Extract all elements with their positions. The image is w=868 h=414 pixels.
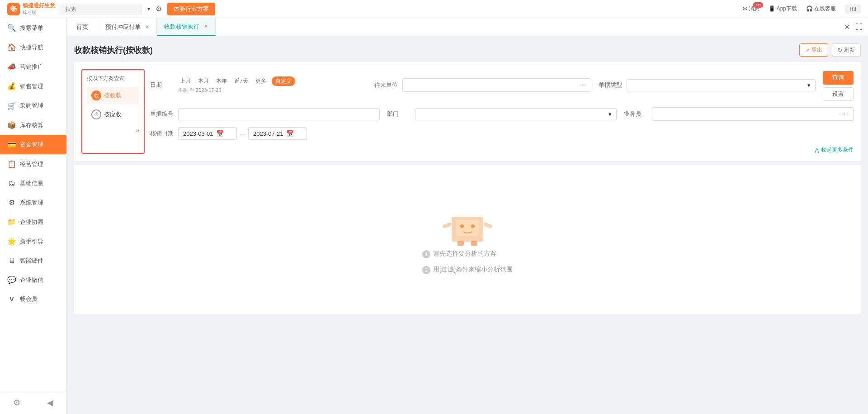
sidebar-item-collab[interactable]: 📁 企业协同 bbox=[0, 212, 66, 232]
logo-icon: 畅 bbox=[7, 3, 20, 15]
sidebar-label-finance: 资金管理 bbox=[20, 141, 43, 149]
tab-verify-close[interactable]: ✕ bbox=[204, 24, 208, 29]
sidebar-label-purchase: 采购管理 bbox=[20, 102, 43, 110]
page-header: 收款核销执行(按收款) ↗ 导出 ↻ 刷新 bbox=[74, 43, 861, 57]
collapse-more-icon: ⋀ bbox=[815, 147, 819, 153]
refresh-button[interactable]: ↻ 刷新 bbox=[832, 43, 861, 57]
sidebar-item-finance[interactable]: 💳 资金管理 bbox=[0, 135, 66, 154]
app-download-btn[interactable]: 📱 App下载 bbox=[769, 5, 797, 13]
sidebar: 🔍 搜索菜单 🏠 快捷导航 📣 营销推广 💰 销售管理 🛒 采购管理 📦 库存核… bbox=[0, 18, 67, 414]
query-button[interactable]: 查询 bbox=[823, 71, 854, 85]
sidebar-collapse-icon[interactable]: ◀ bbox=[42, 395, 59, 410]
settings-button[interactable]: 设置 bbox=[823, 87, 854, 101]
collapse-icon[interactable]: » bbox=[136, 127, 139, 134]
page-title: 收款核销执行(按收款) bbox=[74, 45, 153, 56]
svg-rect-5 bbox=[483, 222, 493, 228]
refresh-label: 刷新 bbox=[844, 46, 855, 54]
sidebar-item-marketing[interactable]: 📣 营销推广 bbox=[0, 57, 66, 76]
verify-date-start[interactable]: 2023-03-01 📅 bbox=[178, 127, 237, 140]
export-icon: ↗ bbox=[805, 47, 810, 53]
salesman-dots: ··· bbox=[841, 110, 849, 118]
collapse-more-btn[interactable]: ⋀ 收起更多条件 bbox=[815, 146, 854, 154]
download-icon: 📱 bbox=[769, 5, 775, 12]
sidebar-item-inventory[interactable]: 📦 库存核算 bbox=[0, 115, 66, 135]
date-tab-more[interactable]: 更多 bbox=[254, 77, 268, 86]
date-tab-custom[interactable]: 自定义 bbox=[272, 76, 295, 86]
sidebar-item-guide[interactable]: 🌟 新手引导 bbox=[0, 232, 66, 251]
date-label: 日期 bbox=[150, 81, 175, 89]
tab-prepay-close[interactable]: ✕ bbox=[145, 24, 149, 30]
industry-btn[interactable]: 体验行业方案 bbox=[167, 3, 215, 15]
search-input[interactable] bbox=[61, 4, 142, 14]
collab-icon: 📁 bbox=[7, 218, 16, 226]
tab-expand-icon[interactable]: ⛶ bbox=[854, 21, 864, 33]
export-label: 导出 bbox=[811, 46, 822, 54]
sidebar-item-basic-info[interactable]: 🗂 基础信息 bbox=[0, 174, 66, 193]
sidebar-item-system[interactable]: ⚙ 系统管理 bbox=[0, 193, 66, 212]
salesman-input[interactable]: ··· bbox=[652, 107, 854, 121]
top-bar-right: ✉ 消息 99+ 📱 App下载 🎧 在线客服 Rit bbox=[743, 5, 861, 14]
finance-icon: 💳 bbox=[7, 140, 16, 149]
message-count: 99+ bbox=[753, 2, 763, 8]
cal-start-icon[interactable]: 📅 bbox=[216, 130, 224, 137]
date-tab-last-month[interactable]: 上月 bbox=[178, 77, 193, 86]
empty-state: 1 请先选择要分析的方案 2 用[过滤]条件来缩小分析范围 bbox=[74, 165, 861, 314]
system-icon: ⚙ bbox=[7, 198, 16, 207]
filter-option-by-receivable[interactable]: ⏱ 按应收 bbox=[87, 106, 139, 123]
hint-num-2: 2 bbox=[422, 266, 430, 274]
date-tab-this-month[interactable]: 本月 bbox=[196, 77, 211, 86]
date-tabs: 上月 本月 本年 近7天 更多 自定义 bbox=[178, 76, 367, 86]
sidebar-item-search[interactable]: 🔍 搜索菜单 bbox=[0, 18, 66, 38]
user-info[interactable]: Rit bbox=[845, 5, 861, 14]
empty-hint-1: 1 请先选择要分析的方案 bbox=[422, 250, 513, 258]
empty-illustration bbox=[440, 201, 495, 246]
online-service-btn[interactable]: 🎧 在线客服 bbox=[806, 5, 836, 13]
bill-no-field: 单据编号 bbox=[150, 108, 380, 120]
tab-home[interactable]: 首页 bbox=[67, 18, 98, 36]
filter-option-by-receipt[interactable]: 收 按收款 bbox=[87, 87, 139, 104]
cal-end-icon[interactable]: 📅 bbox=[286, 130, 294, 137]
tab-prepay-label: 预付冲应付单 bbox=[105, 23, 141, 31]
operations-icon: 📋 bbox=[7, 160, 16, 168]
date-tab-this-year[interactable]: 本年 bbox=[214, 77, 229, 86]
sidebar-item-nav[interactable]: 🏠 快捷导航 bbox=[0, 38, 66, 57]
sidebar-item-operations[interactable]: 📋 经营管理 bbox=[0, 154, 66, 174]
bill-no-input[interactable] bbox=[178, 108, 380, 120]
dropdown-btn[interactable]: ▾ bbox=[147, 6, 150, 12]
hint-text-1: 请先选择要分析的方案 bbox=[433, 250, 496, 258]
tab-verify[interactable]: 收款核销执行 ✕ bbox=[157, 18, 216, 36]
content-area: 首页 预付冲应付单 ✕ 收款核销执行 ✕ ✕ ⛶ 收款核销执行(按收款) ↗ bbox=[67, 18, 868, 414]
counterpart-input[interactable]: ··· bbox=[402, 78, 591, 92]
tab-prepay[interactable]: 预付冲应付单 ✕ bbox=[98, 18, 157, 36]
sidebar-item-wechat[interactable]: 💬 企业微信 bbox=[0, 270, 66, 290]
empty-content: 1 请先选择要分析的方案 2 用[过滤]条件来缩小分析范围 bbox=[422, 201, 513, 278]
message-btn[interactable]: ✉ 消息 99+ bbox=[743, 5, 760, 13]
tab-close-all-icon[interactable]: ✕ bbox=[842, 21, 852, 33]
dept-select[interactable]: ▾ bbox=[415, 108, 617, 120]
service-label: 在线客服 bbox=[814, 5, 836, 12]
page-header-actions: ↗ 导出 ↻ 刷新 bbox=[799, 43, 861, 57]
bill-type-label: 单据类型 bbox=[599, 81, 623, 89]
sidebar-settings-icon[interactable]: ⚙ bbox=[8, 395, 26, 410]
sidebar-item-sales[interactable]: 💰 销售管理 bbox=[0, 76, 66, 96]
dept-label: 部门 bbox=[387, 110, 411, 118]
verify-date-end[interactable]: 2023-07-21 📅 bbox=[248, 127, 307, 140]
app-logo: 畅 畅捷通好生意 标准版 bbox=[7, 2, 55, 16]
logo-text-block: 畅捷通好生意 标准版 bbox=[23, 2, 55, 16]
receivable-option-icon: ⏱ bbox=[91, 109, 101, 119]
sidebar-item-purchase[interactable]: 🛒 采购管理 bbox=[0, 96, 66, 115]
date-tab-7days[interactable]: 近7天 bbox=[232, 77, 250, 86]
bill-type-select[interactable]: ▾ bbox=[627, 79, 816, 91]
purchase-icon: 🛒 bbox=[7, 101, 16, 110]
sidebar-item-hardware[interactable]: 🖥 智能硬件 bbox=[0, 251, 66, 270]
gear-icon[interactable]: ⚙ bbox=[156, 5, 162, 13]
sidebar-label-basic-info: 基础信息 bbox=[20, 179, 43, 187]
hint-text-2: 用[过滤]条件来缩小分析范围 bbox=[433, 266, 513, 274]
bill-type-field: 单据类型 ▾ bbox=[599, 79, 816, 91]
verify-date-field: 核销日期 2023-03-01 📅 — 2023-07-21 📅 bbox=[150, 127, 854, 140]
sidebar-item-member[interactable]: V 畅会员 bbox=[0, 290, 66, 309]
receipt-option-icon: 收 bbox=[91, 90, 101, 100]
date-range-hint: 不限 至 2023-07-26 bbox=[178, 87, 367, 94]
export-button[interactable]: ↗ 导出 bbox=[799, 43, 828, 57]
sidebar-label-guide: 新手引导 bbox=[20, 238, 43, 246]
